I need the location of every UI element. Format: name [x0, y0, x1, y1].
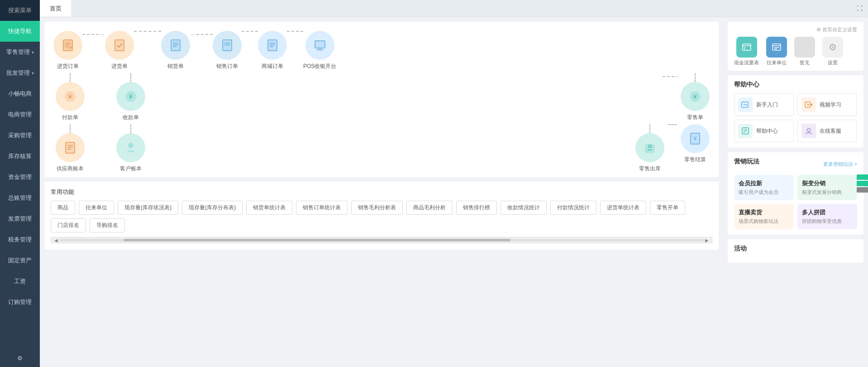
flow-item-mall-order[interactable]: 商城订单	[258, 31, 287, 70]
svg-rect-5	[115, 40, 124, 51]
flow-diagram-card: 进货订单 → 进货单	[44, 22, 719, 177]
marketing-item-fission[interactable]: 裂变分销 裂变式发展分销商	[797, 175, 857, 200]
scroll-right-btn[interactable]: ▶	[704, 238, 710, 243]
horizontal-scrollbar[interactable]: ◀ ▶	[51, 237, 712, 243]
svg-rect-31	[66, 142, 75, 153]
sidebar-item-assets[interactable]: 固定资产	[0, 250, 40, 271]
sidebar-item-tax[interactable]: 税务管理	[0, 229, 40, 250]
sidebar-item-inventory[interactable]: 库存核算	[0, 146, 40, 167]
chevron-icon: ▾	[32, 50, 34, 55]
help-center-title: 帮助中心	[734, 81, 857, 89]
scroll-track	[59, 239, 704, 241]
common-functions-card: 常用功能 商品 往来单位 现存量(库存状况表) 现存量(库存分布表) 销货单统计…	[44, 182, 719, 250]
sidebar-item-order-mgmt[interactable]: 订购管理	[0, 292, 40, 313]
svg-marker-54	[807, 103, 810, 106]
marketing-item-live[interactable]: 直播卖货 场景式购物新玩法	[734, 204, 794, 229]
sidebar-item-ledger[interactable]: 总账管理	[0, 188, 40, 208]
quick-access-card: ⚙ 首页自定义设置 现金流量表 往来单位	[728, 22, 863, 71]
flow-item-receipt[interactable]: ¥ 收款单	[116, 82, 145, 121]
func-buttons-container: 商品 往来单位 现存量(库存状况表) 现存量(库存分布表) 销货单统计表 销售订…	[51, 201, 712, 232]
help-icon-icon	[738, 124, 753, 138]
help-item-online[interactable]: 在线客服	[797, 120, 857, 142]
scroll-left-btn[interactable]: ◀	[53, 238, 59, 243]
float-btn-service[interactable]: 客服热线	[857, 174, 868, 180]
sidebar-settings-btn[interactable]: ⚙	[0, 349, 40, 367]
customize-setting-btn[interactable]: ⚙ 首页自定义设置	[816, 26, 857, 33]
flow-item-purchase[interactable]: 进货单	[105, 31, 134, 70]
activity-card: 活动	[728, 239, 863, 263]
video-icon	[801, 97, 816, 112]
sidebar: 搜索菜单 快捷导航 零售管理 ▾ 批发管理 ▾ 小畅电商 电商管理 采购管理 库…	[0, 0, 40, 367]
func-btn-guide-rank[interactable]: 导购排名	[90, 218, 125, 232]
more-marketing-link[interactable]: 更多营销玩法 >	[823, 161, 857, 168]
flow-item-retail-settle[interactable]: ¥ 零售结算	[681, 124, 710, 164]
sidebar-item-ecom2[interactable]: 电商管理	[0, 104, 40, 125]
help-item-beginner[interactable]: 新手入门	[734, 93, 794, 116]
sidebar-item-invoice[interactable]: 发票管理	[0, 208, 40, 229]
sidebar-item-purchase[interactable]: 采购管理	[0, 125, 40, 146]
online-icon	[801, 124, 816, 138]
marketing-card: 营销玩法 更多营销玩法 > 会员拉新 吸引用户成为会员 裂变分销 裂变式发展分销…	[728, 152, 863, 235]
qa-settings[interactable]: ⚙ 设置	[822, 37, 843, 66]
qa-cashflow[interactable]: 现金流量表	[734, 37, 759, 66]
flow-item-pos[interactable]: POS收银开台	[303, 31, 336, 70]
quick-access-icons: 现金流量表 往来单位 暂无 ⚙	[734, 37, 857, 66]
flow-item-retail-out[interactable]: 零售出库	[635, 133, 664, 173]
func-btn-purchase-stat[interactable]: 进货单统计表	[600, 201, 646, 215]
func-btn-stock2[interactable]: 现存量(库存分布表)	[182, 201, 243, 215]
flow-item-retail-order[interactable]: ¥ 零售单	[681, 82, 710, 121]
float-btn-community[interactable]: 服务社区	[857, 181, 868, 186]
flow-item-payment[interactable]: ¥ 付款单	[56, 82, 85, 121]
func-btn-goods-margin[interactable]: 商品毛利分析	[406, 201, 453, 215]
flow-item-customer-book[interactable]: 客户账本	[116, 133, 145, 173]
func-btn-contacts[interactable]: 往来单位	[79, 201, 114, 215]
search-menu-btn[interactable]: 搜索菜单	[0, 0, 40, 21]
svg-point-59	[807, 129, 811, 132]
help-grid: 新手入门 视频学习 帮助中心	[734, 93, 857, 142]
func-btn-goods[interactable]: 商品	[51, 201, 75, 215]
activity-title: 活动	[734, 245, 857, 253]
marketing-item-group[interactable]: 多人拼团 拼团购物享受优惠	[797, 204, 857, 229]
help-item-help[interactable]: 帮助中心	[734, 120, 794, 142]
func-btn-stock1[interactable]: 现存量(库存状况表)	[118, 201, 178, 215]
marketing-grid: 会员拉新 吸引用户成为会员 裂变分销 裂变式发展分销商 直播卖货 场景式购物新玩…	[734, 175, 857, 229]
func-btn-sales-order-stat[interactable]: 销售订单统计表	[296, 201, 348, 215]
fullscreen-button[interactable]: ⛶	[851, 0, 868, 17]
func-btn-sales-rank[interactable]: 销售排行榜	[456, 201, 497, 215]
flow-item-supplier-book[interactable]: 供应商账本	[56, 133, 85, 173]
sidebar-item-ecom1[interactable]: 小畅电商	[0, 83, 40, 104]
func-btn-sales-margin[interactable]: 销售毛利分析表	[351, 201, 403, 215]
sidebar-item-finance[interactable]: 资金管理	[0, 167, 40, 188]
flow-item-sales[interactable]: 销货单	[161, 31, 190, 70]
qa-contacts[interactable]: 往来单位	[766, 37, 787, 66]
help-item-video[interactable]: 视频学习	[797, 93, 857, 116]
svg-text:¥: ¥	[68, 93, 72, 100]
right-panel: ⚙ 首页自定义设置 现金流量表 往来单位	[723, 17, 868, 367]
empty-icon	[794, 37, 815, 58]
svg-text:¥: ¥	[693, 135, 697, 142]
sidebar-item-wholesale[interactable]: 批发管理 ▾	[0, 63, 40, 83]
flow-item-sales-order[interactable]: 销售订单	[213, 31, 242, 70]
gear-icon: ⚙	[17, 355, 23, 362]
func-btn-payment-stat[interactable]: 付款情况统计	[550, 201, 596, 215]
help-center-card: 帮助中心 新手入门 视频学习	[728, 75, 863, 148]
contacts-icon	[766, 37, 787, 58]
tab-home[interactable]: 首页	[40, 0, 72, 17]
float-btn-desktop[interactable]: 桌面快捷	[857, 187, 868, 193]
func-btn-sales-stat[interactable]: 销货单统计表	[246, 201, 292, 215]
left-panel: 进货订单 → 进货单	[40, 17, 723, 367]
qa-empty: 暂无	[794, 37, 815, 66]
func-btn-receipt-stat[interactable]: 收款情况统计	[501, 201, 547, 215]
svg-rect-0	[63, 40, 72, 51]
sidebar-item-salary[interactable]: 工资	[0, 271, 40, 292]
quick-nav-btn[interactable]: 快捷导航	[0, 21, 40, 42]
marketing-item-member[interactable]: 会员拉新 吸引用户成为会员	[734, 175, 794, 200]
marketing-header: 营销玩法 更多营销玩法 >	[734, 158, 857, 170]
settings-icon: ⚙	[822, 37, 843, 58]
main-area: 首页 ⛶ 进货订单 →	[40, 0, 868, 367]
flow-item-purchase-order[interactable]: 进货订单	[53, 31, 82, 70]
func-btn-retail-order[interactable]: 零售开单	[650, 201, 685, 215]
func-btn-store-rank[interactable]: 门店排名	[51, 218, 86, 232]
svg-text:¥: ¥	[693, 93, 697, 100]
sidebar-item-retail[interactable]: 零售管理 ▾	[0, 42, 40, 63]
